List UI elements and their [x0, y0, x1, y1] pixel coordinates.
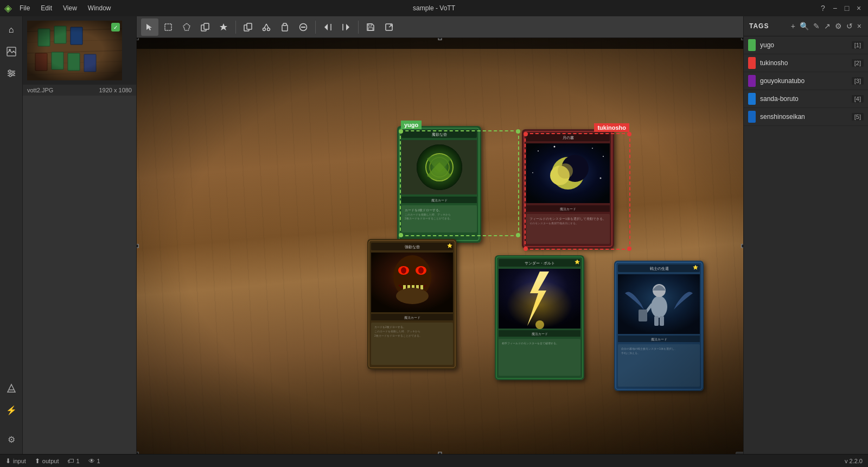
menu-edit[interactable]: Edit — [39, 3, 54, 13]
tags-panel: TAGS + 🔍 ✎ ↗ ⚙ ↺ × yugo [1] tukinosho [2… — [743, 16, 868, 454]
nav-home[interactable]: ⌂ — [2, 21, 21, 39]
rect-tool[interactable] — [159, 18, 177, 36]
tag-gouyokunatubo[interactable]: gouyokunatubo [3] — [744, 72, 868, 90]
cut-button[interactable] — [258, 18, 275, 36]
menu-view[interactable]: View — [61, 3, 79, 13]
tags-close-button[interactable]: × — [856, 21, 863, 31]
tags-refresh-button[interactable]: ↺ — [845, 21, 854, 31]
paste-button[interactable] — [276, 18, 293, 36]
tags-export-button[interactable]: ↗ — [823, 21, 832, 31]
filename: vott2.JPG — [27, 87, 53, 93]
close-button[interactable]: × — [854, 3, 864, 13]
tag-color-yugo — [748, 39, 756, 51]
select-handle-bl[interactable] — [137, 452, 139, 454]
tags-add-button[interactable]: + — [790, 21, 796, 31]
next-image-button[interactable] — [337, 18, 355, 36]
tag-count-tukinosho: [2] — [852, 59, 864, 67]
select-handle-tm[interactable] — [438, 38, 442, 40]
tag-senshinoseikan[interactable]: senshinoseikan [5] — [744, 108, 868, 126]
tags-status-count: 1 — [76, 458, 79, 464]
nav-gear[interactable]: ⚙ — [2, 430, 21, 449]
svg-rect-102 — [420, 285, 423, 289]
nav-train[interactable] — [2, 379, 21, 397]
svg-rect-135 — [639, 310, 647, 321]
svg-rect-140 — [618, 344, 700, 387]
poly-tool[interactable] — [178, 18, 195, 36]
copy-region-tool[interactable] — [196, 18, 214, 36]
svg-rect-119 — [499, 269, 580, 329]
nav-plugin[interactable]: ⚡ — [2, 401, 21, 419]
file-panel: ✓ vott2.JPG 1920 x 1080 — [23, 16, 137, 454]
save-button[interactable] — [362, 18, 379, 36]
visits-count: 1 — [97, 458, 100, 464]
svg-point-80 — [558, 163, 573, 179]
title-bar: ◈ File Edit View Window sample - VoTT ? … — [0, 0, 868, 16]
tag-color-senshinoseikan — [748, 111, 756, 123]
svg-text:フィールドのモンスター1体を選択して発動できる。: フィールドのモンスター1体を選択して発動できる。 — [529, 217, 606, 221]
tag-name-yugo: yugo — [760, 41, 852, 49]
tag-name-gouyokunatubo: gouyokunatubo — [760, 77, 852, 85]
status-output: ⬆ output — [35, 457, 59, 465]
smart-tool[interactable] — [215, 18, 232, 36]
copy-button[interactable] — [239, 18, 257, 36]
svg-marker-8 — [8, 384, 15, 392]
file-thumbnail-area: ✓ — [23, 16, 136, 85]
svg-marker-42 — [346, 24, 349, 30]
window-controls: ? − □ × — [818, 3, 864, 13]
input-label: input — [13, 458, 26, 464]
card-5-art: 戦士の生還 ⭐ — [614, 261, 704, 391]
tag-yugo[interactable]: yugo [1] — [744, 36, 868, 54]
svg-text:2枚カードをドローすることができる。: 2枚カードをドローすることができる。 — [374, 334, 422, 337]
tags-settings-button[interactable]: ⚙ — [834, 21, 843, 31]
svg-point-73 — [592, 148, 593, 149]
help-button[interactable]: ? — [818, 3, 828, 13]
select-tool[interactable] — [141, 18, 158, 36]
file-dimensions: 1920 x 1080 — [99, 87, 132, 93]
svg-line-35 — [266, 24, 269, 28]
menu-window[interactable]: Window — [86, 3, 113, 13]
svg-point-74 — [603, 156, 604, 157]
svg-point-7 — [9, 74, 11, 77]
svg-rect-23 — [27, 21, 122, 80]
svg-point-71 — [538, 150, 539, 152]
prev-image-button[interactable] — [319, 18, 336, 36]
tag-name-senshinoseikan: senshinoseikan — [760, 113, 852, 121]
minimize-button[interactable]: − — [830, 3, 840, 13]
svg-text:このカードを発動した時、デッキから: このカードを発動した時、デッキから — [374, 330, 420, 333]
status-input: ⬇ input — [5, 457, 26, 465]
card-tukinosho: 月の書 — [522, 129, 614, 249]
tag-tukinosho[interactable]: tukinosho [2] — [744, 54, 868, 72]
select-handle-mr[interactable] — [741, 244, 743, 248]
app-version: v 2.2.0 — [845, 458, 863, 464]
svg-point-120 — [535, 320, 544, 329]
thumbnail[interactable]: ✓ — [27, 21, 122, 80]
export-button[interactable] — [380, 18, 398, 36]
tags-search-button[interactable]: 🔍 — [799, 21, 810, 31]
svg-point-33 — [267, 28, 270, 30]
thumbnail-image — [27, 21, 122, 80]
tags-edit-button[interactable]: ✎ — [812, 21, 821, 31]
selection-close-button[interactable]: ✕ — [736, 452, 743, 454]
tags-header: TAGS + 🔍 ✎ ↗ ⚙ ↺ × — [744, 16, 868, 36]
svg-text:サンダー・ボルト: サンダー・ボルト — [525, 261, 555, 266]
tags-title: TAGS — [749, 22, 769, 30]
select-handle-tr[interactable] — [741, 38, 743, 40]
maximize-button[interactable]: □ — [842, 3, 852, 13]
svg-text:相手フィールドのモンスターを全て破壊する。: 相手フィールドのモンスターを全て破壊する。 — [502, 342, 559, 345]
svg-point-72 — [554, 146, 556, 148]
tag-name-sanda-boruto: sanda-boruto — [760, 95, 852, 103]
canvas-area[interactable]: 魔欲な壺 — [137, 38, 743, 454]
select-handle-tl[interactable] — [137, 38, 139, 40]
app-logo: ◈ — [4, 2, 12, 14]
menu-file[interactable]: File — [17, 3, 32, 13]
tag-sanda-boruto[interactable]: sanda-boruto [4] — [744, 90, 868, 108]
select-handle-bm[interactable] — [438, 452, 442, 454]
remove-button[interactable] — [295, 18, 312, 36]
nav-images[interactable] — [2, 42, 21, 61]
nav-settings[interactable] — [2, 64, 21, 83]
svg-text:戦士の生還: 戦士の生還 — [650, 267, 669, 270]
select-handle-ml[interactable] — [137, 244, 139, 248]
window-title: sample - VoTT — [413, 4, 455, 12]
svg-rect-31 — [247, 23, 252, 29]
tag-color-sanda-boruto — [748, 93, 756, 105]
